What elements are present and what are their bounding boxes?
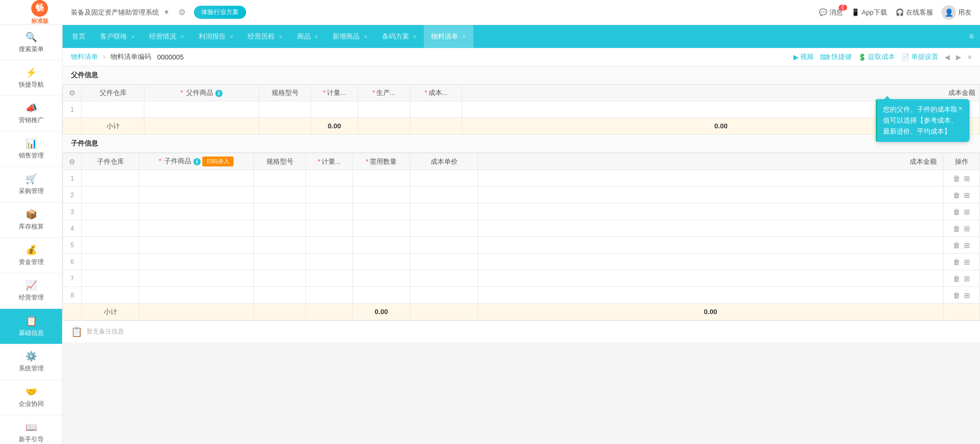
child-row-4-unit-cost[interactable] bbox=[410, 220, 478, 237]
child-row-8-spec[interactable] bbox=[254, 287, 306, 304]
child-row-3-unit[interactable] bbox=[306, 203, 353, 220]
online-support-icon[interactable]: 🎧 在线客服 bbox=[896, 8, 933, 17]
child-row-1-unit-cost[interactable] bbox=[410, 170, 478, 187]
close-all-tabs-button[interactable]: ≡ bbox=[965, 32, 978, 41]
child-row-6-product[interactable] bbox=[139, 254, 254, 270]
child-row-5-delete-icon[interactable]: 🗑 bbox=[953, 241, 960, 249]
message-icon-wrap[interactable]: 💬 6 消息 bbox=[819, 8, 843, 17]
child-row-2-spec[interactable] bbox=[254, 187, 306, 203]
child-row-8-unit-cost[interactable] bbox=[410, 287, 478, 304]
child-row-1-copy-icon[interactable]: ⊞ bbox=[964, 174, 970, 183]
child-row-5-qty[interactable] bbox=[353, 237, 410, 254]
child-row-7-warehouse[interactable] bbox=[82, 270, 139, 287]
system-dropdown-icon[interactable]: ▼ bbox=[163, 8, 170, 16]
tab-profit-close[interactable]: × bbox=[230, 33, 233, 40]
tab-operations[interactable]: 经营情况 × bbox=[142, 25, 191, 48]
breadcrumb-bom-link[interactable]: 物料清单 bbox=[71, 52, 98, 62]
child-row-4-copy-icon[interactable]: ⊞ bbox=[964, 224, 970, 233]
tab-profit[interactable]: 利润报告 × bbox=[191, 25, 240, 48]
child-product-info-icon[interactable]: ℹ bbox=[193, 158, 201, 165]
scan-input-button[interactable]: 扫码录入 bbox=[202, 157, 234, 166]
trial-button[interactable]: 体验行业方案 bbox=[194, 6, 246, 19]
child-row-1-product[interactable] bbox=[139, 170, 254, 187]
child-row-8-qty[interactable] bbox=[353, 287, 410, 304]
single-setting-action[interactable]: 📄 单据设置 bbox=[901, 52, 938, 62]
view-action[interactable]: ▶ 视频 bbox=[793, 52, 814, 62]
child-row-8-copy-icon[interactable]: ⊞ bbox=[964, 291, 970, 299]
child-row-7-copy-icon[interactable]: ⊞ bbox=[964, 274, 970, 283]
child-row-4-delete-icon[interactable]: 🗑 bbox=[953, 224, 960, 233]
tab-customer-close[interactable]: × bbox=[131, 33, 134, 40]
sidebar-item-quicknav[interactable]: ⚡ 快捷导航 bbox=[0, 61, 62, 96]
child-row-4-spec[interactable] bbox=[254, 220, 306, 237]
extract-cost-action[interactable]: 💲 提取成本 bbox=[858, 52, 895, 62]
child-row-5-unit[interactable] bbox=[306, 237, 353, 254]
sidebar-item-system[interactable]: ⚙️ 系统管理 bbox=[0, 344, 62, 380]
child-row-4-qty[interactable] bbox=[353, 220, 410, 237]
child-row-3-qty[interactable] bbox=[353, 203, 410, 220]
child-row-6-qty[interactable] bbox=[353, 254, 410, 270]
note-icon[interactable]: 📋 bbox=[71, 326, 82, 338]
child-row-1-warehouse[interactable] bbox=[82, 170, 139, 187]
tab-goods-close[interactable]: × bbox=[315, 33, 318, 40]
child-row-8-unit[interactable] bbox=[306, 287, 353, 304]
sidebar-item-search[interactable]: 🔍 搜索菜单 bbox=[0, 25, 62, 61]
child-row-2-product[interactable] bbox=[139, 187, 254, 203]
nav-prev-icon[interactable]: ◀ bbox=[945, 53, 950, 61]
child-row-2-unit-cost[interactable] bbox=[410, 187, 478, 203]
child-row-3-product[interactable] bbox=[139, 203, 254, 220]
shortcut-action[interactable]: ⌨ 快捷键 bbox=[820, 52, 852, 62]
parent-row-1-produce[interactable] bbox=[358, 101, 410, 118]
child-row-1-unit[interactable] bbox=[306, 170, 353, 187]
child-row-8-product[interactable] bbox=[139, 287, 254, 304]
child-row-1-spec[interactable] bbox=[254, 170, 306, 187]
tooltip-close-button[interactable]: × bbox=[958, 103, 962, 114]
child-row-7-delete-icon[interactable]: 🗑 bbox=[953, 274, 960, 283]
parent-row-1-unit[interactable] bbox=[311, 101, 358, 118]
child-row-7-spec[interactable] bbox=[254, 270, 306, 287]
child-row-7-unit[interactable] bbox=[306, 270, 353, 287]
app-download-icon[interactable]: 📱 App下载 bbox=[851, 8, 887, 17]
child-row-6-unit[interactable] bbox=[306, 254, 353, 270]
child-gear-icon[interactable]: ⚙ bbox=[69, 158, 76, 166]
sidebar-item-guide[interactable]: 📖 新手引导 bbox=[0, 415, 62, 444]
child-row-2-delete-icon[interactable]: 🗑 bbox=[953, 191, 960, 199]
tab-history[interactable]: 经营历程 × bbox=[240, 25, 289, 48]
tab-new-goods[interactable]: 新增商品 × bbox=[325, 25, 374, 48]
nav-next-icon[interactable]: ▶ bbox=[956, 53, 961, 61]
child-row-8-delete-icon[interactable]: 🗑 bbox=[953, 291, 960, 299]
child-row-5-warehouse[interactable] bbox=[82, 237, 139, 254]
sidebar-item-inventory[interactable]: 📦 库存核算 bbox=[0, 202, 62, 238]
parent-row-1-spec[interactable] bbox=[259, 101, 311, 118]
child-row-6-spec[interactable] bbox=[254, 254, 306, 270]
child-row-4-unit[interactable] bbox=[306, 220, 353, 237]
settings-gear-icon[interactable]: ⚙ bbox=[178, 7, 186, 17]
tab-customer[interactable]: 客户联络 × bbox=[93, 25, 142, 48]
tab-new-goods-close[interactable]: × bbox=[364, 33, 367, 40]
sidebar-item-finance[interactable]: 💰 资金管理 bbox=[0, 238, 62, 273]
child-row-1-delete-icon[interactable]: 🗑 bbox=[953, 174, 960, 183]
sidebar-item-basicinfo[interactable]: 📋 基础信息 bbox=[0, 309, 62, 344]
grid-view-icon[interactable]: ≡ bbox=[967, 53, 972, 61]
tab-goods[interactable]: 商品 × bbox=[290, 25, 325, 48]
tab-bom-close[interactable]: × bbox=[462, 33, 466, 40]
tab-ops-close[interactable]: × bbox=[180, 33, 183, 40]
child-row-6-warehouse[interactable] bbox=[82, 254, 139, 270]
child-row-2-warehouse[interactable] bbox=[82, 187, 139, 203]
child-row-7-product[interactable] bbox=[139, 270, 254, 287]
user-avatar-area[interactable]: 👤 用友 bbox=[941, 5, 972, 20]
child-row-2-unit[interactable] bbox=[306, 187, 353, 203]
child-row-6-copy-icon[interactable]: ⊞ bbox=[964, 258, 970, 266]
child-row-3-copy-icon[interactable]: ⊞ bbox=[964, 208, 970, 216]
child-row-5-product[interactable] bbox=[139, 237, 254, 254]
tab-barcode-close[interactable]: × bbox=[413, 33, 416, 40]
sidebar-item-marketing[interactable]: 📣 营销推广 bbox=[0, 96, 62, 131]
child-row-7-unit-cost[interactable] bbox=[410, 270, 478, 287]
child-row-5-unit-cost[interactable] bbox=[410, 237, 478, 254]
child-row-3-warehouse[interactable] bbox=[82, 203, 139, 220]
child-row-5-copy-icon[interactable]: ⊞ bbox=[964, 241, 970, 249]
child-row-2-copy-icon[interactable]: ⊞ bbox=[964, 191, 970, 199]
child-row-6-unit-cost[interactable] bbox=[410, 254, 478, 270]
tab-home[interactable]: 首页 bbox=[65, 25, 93, 48]
sidebar-item-operations[interactable]: 📈 经营管理 bbox=[0, 273, 62, 309]
